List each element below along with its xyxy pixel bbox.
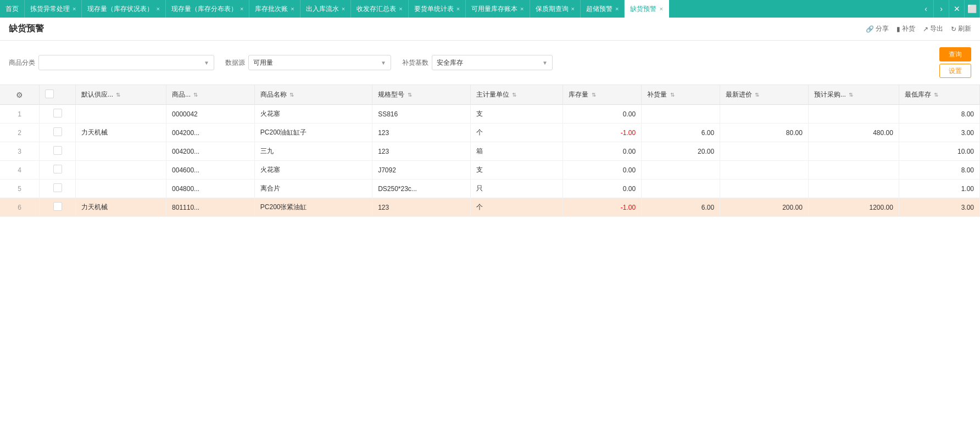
tab-home[interactable]: 首页: [0, 0, 25, 18]
th-prodcode[interactable]: 商品... ⇅: [166, 85, 255, 105]
category-chevron-icon: ▼: [204, 60, 209, 66]
row-unit: 支: [470, 105, 563, 124]
th-settings[interactable]: ⚙: [0, 85, 39, 105]
tab-demand-stats[interactable]: 要货单统计表 ×: [409, 0, 466, 18]
share-button[interactable]: 🔗 分享: [866, 24, 889, 33]
row-unit: 只: [470, 180, 563, 198]
row-expectedpurchase: [808, 105, 899, 124]
share-icon: 🔗: [866, 25, 874, 33]
close-tab-7[interactable]: ×: [456, 5, 460, 12]
close-tab-8[interactable]: ×: [520, 5, 524, 12]
export-icon: ↗: [923, 25, 928, 33]
select-all-checkbox[interactable]: [45, 89, 54, 98]
table-header-row: ⚙ 默认供应... ⇅ 商品... ⇅ 商品名称 ⇅: [0, 85, 980, 105]
th-minstock[interactable]: 最低库存 ⇅: [899, 85, 979, 105]
table-row: 5 004800... 离合片 DS250*23c... 只 0.00 1.00: [0, 180, 980, 198]
th-check[interactable]: [39, 85, 75, 105]
th-replenish[interactable]: 补货量 ⇅: [642, 85, 720, 105]
header-actions: 🔗 分享 ▮ 补货 ↗ 导出 ↻ 刷新: [866, 24, 971, 33]
datasource-chevron-icon: ▼: [381, 60, 386, 66]
row-number: 6: [0, 198, 39, 217]
spec-sort-icon: ⇅: [408, 92, 412, 98]
row-spec: DS250*23c...: [372, 180, 471, 198]
th-expectedpurchase[interactable]: 预计采购... ⇅: [808, 85, 899, 105]
close-tab-6[interactable]: ×: [399, 5, 402, 12]
row-checkbox-cell[interactable]: [39, 124, 75, 142]
tab-nav-maximize[interactable]: ⬜: [965, 0, 980, 18]
row-checkbox-cell[interactable]: [39, 198, 75, 217]
data-table: ⚙ 默认供应... ⇅ 商品... ⇅ 商品名称 ⇅: [0, 85, 980, 217]
tab-picking-exception[interactable]: 拣货异常处理 ×: [25, 0, 82, 18]
th-latestprice[interactable]: 最新进价 ⇅: [720, 85, 809, 105]
tab-inventory-dist[interactable]: 现存量（库存分布表） ×: [166, 0, 249, 18]
row-checkbox-cell[interactable]: [39, 142, 75, 161]
tab-shortage-warning[interactable]: 缺货预警 ×: [625, 0, 669, 18]
row-checkbox-cell[interactable]: [39, 180, 75, 198]
row-checkbox[interactable]: [53, 146, 62, 155]
settings-button[interactable]: 设置: [939, 64, 971, 78]
row-prodcode: 004800...: [166, 180, 255, 198]
table-row: 4 004600... 火花塞 J7092 支 0.00 8.00: [0, 161, 980, 180]
row-minstock: 3.00: [899, 198, 979, 217]
category-select[interactable]: ▼: [38, 55, 214, 70]
query-button[interactable]: 查询: [939, 47, 971, 61]
row-supplier: 力天机械: [76, 198, 166, 217]
close-tab-2[interactable]: ×: [156, 5, 159, 12]
minstock-sort-icon: ⇅: [934, 92, 938, 98]
row-prodname: PC200张紧油缸: [254, 198, 372, 217]
tab-nav-prev[interactable]: ‹: [918, 0, 934, 18]
replenish-base-select[interactable]: 安全库存 ▼: [432, 55, 553, 70]
close-tab-4[interactable]: ×: [291, 5, 294, 12]
th-unit[interactable]: 主计量单位 ⇅: [470, 85, 563, 105]
close-tab-11[interactable]: ×: [659, 5, 662, 12]
refresh-icon: ↻: [951, 25, 956, 33]
row-supplier: [76, 105, 166, 124]
tab-overstock-warning[interactable]: 超储预警 ×: [581, 0, 625, 18]
row-prodcode: 801110...: [166, 198, 255, 217]
th-supplier[interactable]: 默认供应... ⇅: [76, 85, 166, 105]
close-tab-1[interactable]: ×: [73, 5, 76, 12]
close-tab-3[interactable]: ×: [240, 5, 243, 12]
datasource-select[interactable]: 可用量 ▼: [248, 55, 391, 70]
close-tab-10[interactable]: ×: [615, 5, 619, 12]
row-checkbox[interactable]: [53, 127, 62, 136]
datasource-label: 数据源: [225, 58, 245, 68]
th-spec[interactable]: 规格型号 ⇅: [372, 85, 471, 105]
filter-bar: 商品分类 ▼ 数据源 可用量 ▼ 补货基数 安全库存 ▼ 查询 设置: [0, 41, 980, 85]
close-tab-5[interactable]: ×: [342, 5, 345, 12]
row-unit: 箱: [470, 142, 563, 161]
datasource-value: 可用量: [253, 58, 273, 68]
row-unit: 个: [470, 124, 563, 142]
replenish-button[interactable]: ▮ 补货: [897, 24, 915, 33]
th-prodname[interactable]: 商品名称 ⇅: [254, 85, 372, 105]
row-prodname: 火花塞: [254, 161, 372, 180]
row-checkbox[interactable]: [53, 202, 62, 211]
row-checkbox[interactable]: [53, 165, 62, 173]
row-checkbox[interactable]: [53, 183, 62, 192]
tab-inventory-status[interactable]: 现存量（库存状况表） ×: [82, 0, 165, 18]
close-tab-9[interactable]: ×: [571, 5, 575, 12]
row-latestprice: [720, 142, 809, 161]
row-unit: 个: [470, 198, 563, 217]
tab-expiry-query[interactable]: 保质期查询 ×: [530, 0, 581, 18]
row-checkbox-cell[interactable]: [39, 161, 75, 180]
tab-nav-next[interactable]: ›: [934, 0, 949, 18]
row-expectedpurchase: 1200.00: [808, 198, 899, 217]
tab-receipt-summary[interactable]: 收发存汇总表 ×: [351, 0, 408, 18]
tab-inout-flow[interactable]: 出入库流水 ×: [300, 0, 351, 18]
row-checkbox-cell[interactable]: [39, 105, 75, 124]
tab-available-ledger[interactable]: 可用量库存账本 ×: [466, 0, 530, 18]
row-replenish: 6.00: [642, 198, 720, 217]
row-supplier: [76, 180, 166, 198]
tab-batch-account[interactable]: 库存批次账 ×: [249, 0, 300, 18]
row-spec: 123: [372, 198, 471, 217]
row-checkbox[interactable]: [53, 109, 62, 117]
row-spec: 123: [372, 124, 471, 142]
export-button[interactable]: ↗ 导出: [923, 24, 943, 33]
refresh-button[interactable]: ↻ 刷新: [951, 24, 971, 33]
tab-nav-close[interactable]: ✕: [949, 0, 965, 18]
row-minstock: 8.00: [899, 105, 979, 124]
settings-icon[interactable]: ⚙: [16, 91, 23, 99]
unit-sort-icon: ⇅: [512, 92, 516, 98]
th-stock[interactable]: 库存量 ⇅: [563, 85, 642, 105]
